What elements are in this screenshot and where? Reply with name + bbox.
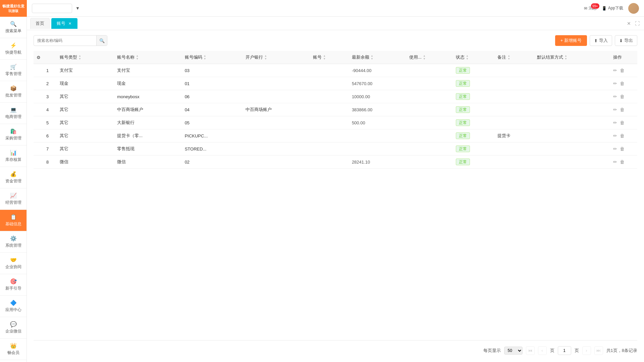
cell-action: ✏ 🗑 [610,156,637,169]
sidebar-item-system-manage[interactable]: ⚙️ 系统管理 [0,231,26,253]
tabbar: 首页 账号 ✕ ✕ ⛶ [27,17,644,30]
delete-btn[interactable]: 🗑 [620,159,625,165]
search-box[interactable]: 🔍 [34,35,107,46]
cell-code: 02 [182,156,243,169]
table-row: 7 其它 零售抵现 STORED... 正常 ✏ 🗑 [34,142,637,156]
sidebar-item-enterprise-wechat[interactable]: 💬 企业微信 [0,317,26,339]
cell-usage [407,142,453,156]
cell-default-settle [534,64,610,77]
next-page-btn[interactable]: › [582,346,591,355]
first-page-btn[interactable]: ⏮ [526,346,535,355]
topbar-dropdown-icon[interactable]: ▼ [75,6,80,11]
pagination: 每页显示 50 100 200 ⏮ ‹ 页 页 › ⏭ 共1页，8条记录 [34,340,637,357]
cell-usage [407,129,453,142]
topbar-app-download-btn[interactable]: 📱 App下载 [602,5,623,11]
cell-code: 01 [182,77,243,90]
edit-btn[interactable]: ✏ [613,81,617,86]
sidebar-item-search-menu[interactable]: 🔍 搜索菜单 [0,17,26,38]
cell-action: ✏ 🗑 [610,129,637,142]
search-button[interactable]: 🔍 [96,35,107,46]
last-page-btn[interactable]: ⏭ [594,346,603,355]
delete-btn[interactable]: 🗑 [620,133,625,138]
tab-expand-btn[interactable]: ⛶ [634,20,641,27]
column-balance[interactable]: 最新余额▲▼ [349,51,407,64]
sidebar-item-basic-info[interactable]: 📋 基础信息 [0,210,26,231]
import-label: 导入 [599,38,608,44]
sidebar-item-capital-manage[interactable]: 💰 资金管理 [0,167,26,188]
column-usage[interactable]: 使用...▲▼ [407,51,453,64]
cell-action: ✏ 🗑 [610,116,637,129]
table-row: 4 其它 中百商场账户 04 中百商场账户 383866.00 正常 ✏ 🗑 [34,103,637,116]
table-row: 8 微信 微信 02 28241.10 正常 ✏ 🗑 [34,156,637,169]
topbar-message-btn[interactable]: ✉ 消息 99+ [584,5,597,11]
capital-manage-icon: 💰 [2,171,25,177]
search-input[interactable] [34,38,96,43]
main-area: ▼ ✉ 消息 99+ 📱 App下载 首页 账号 ✕ ✕ ⛶ [27,0,644,362]
column-remark[interactable]: 备注▲▼ [495,51,534,64]
prev-page-btn[interactable]: ‹ [538,346,547,355]
column-code[interactable]: 账号编码▲▼ [182,51,243,64]
column-bank[interactable]: 开户银行▲▼ [243,51,310,64]
delete-btn[interactable]: 🗑 [620,107,625,112]
edit-btn[interactable]: ✏ [613,159,617,165]
column-account[interactable]: 账号▲▼ [310,51,349,64]
topbar-user-avatar[interactable] [628,3,639,14]
sidebar-item-purchase-manage[interactable]: 🛍️ 采购管理 [0,124,26,145]
app-center-icon: 🔷 [2,300,25,306]
sidebar-item-ecommerce-manage[interactable]: 💻 电商管理 [0,103,26,124]
edit-btn[interactable]: ✏ [613,133,617,138]
delete-btn[interactable]: 🗑 [620,146,625,152]
cell-bank [243,116,310,129]
status-badge: 正常 [456,67,470,74]
column-gear[interactable]: ⚙ [34,51,44,64]
sidebar-item-new-guide[interactable]: 🎯 新手引导 [0,274,26,296]
sidebar-item-vip-member[interactable]: 👑 畅会员 [0,339,26,360]
delete-btn[interactable]: 🗑 [620,81,625,86]
edit-btn[interactable]: ✏ [613,94,617,99]
edit-btn[interactable]: ✏ [613,120,617,125]
edit-btn[interactable]: ✏ [613,107,617,112]
per-page-label: 每页显示 [483,348,501,354]
delete-btn[interactable]: 🗑 [620,120,625,125]
cell-gear [34,142,44,156]
cell-status: 正常 [453,64,495,77]
column-type[interactable]: 账号类型▲▼ [57,51,114,64]
export-button[interactable]: ⬇ 导出 [615,35,637,46]
cell-name: 大新银行 [114,116,182,129]
enterprise-collab-icon: 🤝 [2,257,25,263]
cell-name: 现金 [114,77,182,90]
cell-bank [243,142,310,156]
tab-account[interactable]: 账号 ✕ [51,18,77,29]
edit-btn[interactable]: ✏ [613,146,617,152]
cell-usage [407,77,453,90]
sidebar-item-wholesale-manage[interactable]: 📦 批发管理 [0,81,26,103]
sidebar-item-app-center[interactable]: 🔷 应用中心 [0,296,26,317]
page-number-input[interactable] [558,346,571,355]
sidebar-item-operation-manage[interactable]: 📈 经营管理 [0,188,26,210]
topbar-search-input[interactable] [32,4,72,13]
column-status[interactable]: 状态▲▼ [453,51,495,64]
tab-home[interactable]: 首页 [30,18,50,29]
retail-manage-icon: 🛒 [2,64,25,70]
add-account-button[interactable]: + 新增账号 [555,35,587,46]
tab-account-close[interactable]: ✕ [67,21,72,26]
edit-btn[interactable]: ✏ [613,68,617,73]
cell-action: ✏ 🗑 [610,142,637,156]
toolbar: 🔍 + 新增账号 ⬆ 导入 ⬇ 导出 [34,35,637,46]
delete-btn[interactable]: 🗑 [620,68,625,73]
sidebar-item-label: 资金管理 [5,179,21,183]
cell-index: 2 [44,77,57,90]
delete-btn[interactable]: 🗑 [620,94,625,99]
column-action: 操作 [610,51,637,64]
column-name[interactable]: 账号名称▲▼ [114,51,182,64]
per-page-select[interactable]: 50 100 200 [504,347,523,355]
sidebar-item-inventory[interactable]: 📊 库存核算 [0,145,26,167]
sidebar-item-shortcut-nav[interactable]: ⚡ 快捷导航 [0,38,26,60]
sidebar-item-enterprise-collab[interactable]: 🤝 企业协同 [0,253,26,274]
tab-close-window-btn[interactable]: ✕ [626,20,632,27]
sidebar-item-retail-manage[interactable]: 🛒 零售管理 [0,60,26,81]
column-default-settle[interactable]: 默认结算方式▲▼ [534,51,610,64]
import-button[interactable]: ⬆ 导入 [590,35,612,46]
sidebar-item-label: 畅会员 [7,350,19,355]
search-menu-icon: 🔍 [2,21,25,27]
